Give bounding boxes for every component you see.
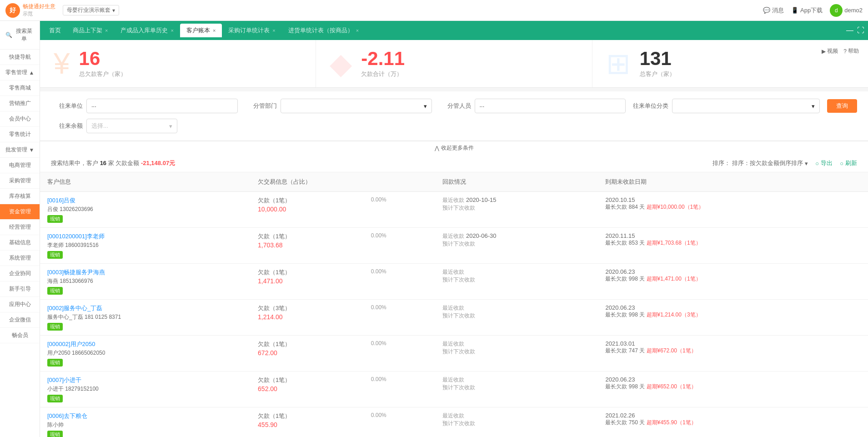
tab-purchase-order-stats[interactable]: 采购订单统计表 ×: [222, 24, 281, 37]
chevron-down-icon: ▾: [169, 123, 172, 130]
sidebar-item-basic-info[interactable]: 基础信息: [0, 235, 40, 251]
sidebar-item-operation[interactable]: 经营管理: [0, 220, 40, 235]
person-input[interactable]: ···: [475, 99, 626, 113]
filter-unit-category-label: 往来单位分类: [633, 102, 668, 110]
sidebar-item-label: 会员中心: [9, 116, 31, 122]
tab-purchase-stats-by-product[interactable]: 进货单统计表（按商品） ×: [282, 24, 365, 37]
tab-production-history[interactable]: 产成品入库单历史 ×: [114, 24, 180, 37]
user-profile[interactable]: d demo2: [830, 4, 863, 17]
filter-dept: 分管部门 ▾: [245, 99, 432, 113]
video-link[interactable]: ▶ 视频: [822, 47, 838, 55]
tab-close-icon[interactable]: ×: [171, 28, 173, 33]
card-debt-info: 16 总欠款客户（家）: [79, 49, 126, 78]
customer-name-link[interactable]: [0016]吕俊: [47, 196, 243, 205]
sidebar-search-area: 🔍 搜索菜单: [0, 21, 40, 50]
sort-selector[interactable]: 排序： 排序：按欠款金额倒序排序 ▾: [712, 159, 808, 167]
card-total-customers-info: 131 总客户（家）: [640, 49, 675, 78]
latest-collect-label: 最近收款: [442, 377, 464, 383]
collapse-filters-button[interactable]: ⋀ 收起更多条件: [40, 141, 868, 155]
source-unit-input[interactable]: ···: [86, 99, 238, 113]
debt-count: 欠款（1笔）: [258, 412, 356, 420]
overdue-amount-link[interactable]: 超期¥1,214.00（3笔）: [647, 311, 701, 318]
sidebar-item-app-center[interactable]: 应用中心: [0, 297, 40, 312]
overdue-amount-link[interactable]: 超期¥10,000.00（1笔）: [647, 204, 704, 210]
tab-product-listing[interactable]: 商品上下架 ×: [66, 24, 114, 37]
sidebar-item-quick-nav[interactable]: 快捷导航: [0, 50, 40, 65]
sidebar-item-wechat[interactable]: 企业微信: [0, 312, 40, 328]
debt-info-cell: 欠款（3笔） 1,214.00: [251, 300, 364, 336]
unit-category-select[interactable]: ▾: [672, 99, 820, 113]
filter-person: 分管人员 ···: [439, 99, 626, 113]
latest-collect-label: 最近收款: [442, 233, 464, 239]
customer-tag: 现销: [47, 431, 63, 437]
tab-close-icon[interactable]: ×: [272, 28, 275, 33]
username-label: demo2: [844, 7, 863, 14]
message-icon: 💬: [763, 7, 770, 14]
sidebar-item-wholesale-mgmt[interactable]: 批发管理 ▼: [0, 142, 40, 158]
overdue-amount-link[interactable]: 超期¥1,703.68（1笔）: [647, 240, 701, 246]
sidebar-item-retail-mall[interactable]: 零售商城: [0, 80, 40, 96]
tab-home[interactable]: 首页: [44, 24, 66, 37]
search-menu-button[interactable]: 🔍 搜索菜单: [4, 25, 36, 45]
customer-name-link[interactable]: [0007]小进干: [47, 376, 243, 384]
table-row: [0006]去下粮仓 陈小帅 现销 欠款（1笔） 455.90 0.00% 最近…: [40, 407, 868, 437]
export-button[interactable]: ○ 导出: [815, 159, 833, 167]
sidebar-item-inventory[interactable]: 库存核算: [0, 189, 40, 204]
sidebar-item-purchase[interactable]: 采购管理: [0, 173, 40, 189]
sort-value: 排序：按欠款金额倒序排序: [732, 159, 803, 167]
customer-name-link[interactable]: [0006]去下粮仓: [47, 412, 243, 420]
customer-tag: 现销: [47, 287, 63, 295]
sidebar-item-ecommerce[interactable]: 电商管理: [0, 158, 40, 173]
query-button[interactable]: 查询: [827, 99, 857, 113]
overdue-amount-link[interactable]: 超期¥1,471.00（1笔）: [647, 276, 701, 282]
sidebar-item-retail-stats[interactable]: 零售统计: [0, 127, 40, 142]
customer-tag: 现销: [47, 323, 63, 331]
sidebar-item-guide[interactable]: 新手引导: [0, 281, 40, 297]
latest-collect-label: 最近收款: [442, 412, 464, 419]
customer-tag: 现销: [47, 251, 63, 259]
refresh-button[interactable]: ○ 刷新: [840, 159, 857, 167]
customer-name-link[interactable]: [000002]用户2050: [47, 340, 243, 348]
sidebar-item-retail-mgmt[interactable]: 零售管理 ▲: [0, 65, 40, 80]
tab-close-icon[interactable]: ×: [105, 28, 108, 33]
customer-name-link[interactable]: [0002]服务中心_丁磊: [47, 304, 243, 312]
balance-select[interactable]: 选择... ▾: [86, 119, 177, 133]
latest-collect-row: 最近收款: [442, 412, 591, 420]
sidebar-item-system[interactable]: 系统管理: [0, 251, 40, 266]
customer-info-cell: [0006]去下粮仓 陈小帅 现销: [40, 407, 251, 437]
customer-name-link[interactable]: [0003]畅捷服务尹海燕: [47, 268, 243, 276]
debt-ratio-cell: 0.00%: [364, 336, 436, 372]
sidebar-item-enterprise[interactable]: 企业协同: [0, 266, 40, 281]
overdue-date-cell: 2020.10.15 最长欠款 884 天 超期¥10,000.00（1笔）: [598, 192, 868, 228]
overdue-amount-link[interactable]: 超期¥672.00（1笔）: [647, 347, 697, 354]
company-selector[interactable]: 母婴行业演示账套 ▾: [63, 5, 119, 15]
sidebar-item-label: 零售统计: [9, 131, 31, 137]
collection-status-cell: 最近收款 2020-06-30 预计下次收款: [435, 228, 598, 264]
filter-source-unit-label: 往来单位: [51, 102, 83, 110]
latest-collect-row: 最近收款: [442, 376, 591, 384]
tab-close-icon[interactable]: ×: [213, 28, 216, 33]
app-download-label: App下载: [800, 6, 823, 15]
app-download-button[interactable]: 📱 App下载: [791, 6, 823, 15]
minimize-icon[interactable]: —: [846, 26, 853, 35]
sidebar-item-label: 经营管理: [9, 224, 31, 230]
logo-text: 畅捷通好生意: [23, 3, 55, 10]
table-row: [0007]小进干 小进干 18279152100 现销 欠款（1笔） 652.…: [40, 372, 868, 407]
sidebar-item-member[interactable]: 会员中心: [0, 111, 40, 127]
debt-info-cell: 欠款（1笔） 10,000.00: [251, 192, 364, 228]
tab-close-icon[interactable]: ×: [356, 28, 359, 33]
help-link[interactable]: ? 帮助: [843, 47, 859, 55]
content-area: 首页 商品上下架 × 产成品入库单历史 × 客户账本 × 采购订单统计表 ×: [40, 21, 868, 437]
expand-icon[interactable]: ⛶: [857, 26, 864, 35]
table-row: [000002]用户2050 用户2050 18665062050 现销 欠款（…: [40, 336, 868, 372]
dept-select[interactable]: ▾: [281, 99, 432, 113]
overdue-amount-link[interactable]: 超期¥455.90（1笔）: [647, 419, 697, 426]
sidebar-item-marketing[interactable]: 营销推广: [0, 96, 40, 111]
customer-name-link[interactable]: [00010200001]李老师: [47, 232, 243, 241]
message-button[interactable]: 💬 消息: [763, 6, 784, 15]
overdue-amount-link[interactable]: 超期¥652.00（1笔）: [647, 383, 697, 390]
sidebar-item-member-plus[interactable]: 畅会员: [0, 328, 40, 343]
tab-customer-ledger[interactable]: 客户账本 ×: [180, 24, 222, 37]
sidebar-item-finance[interactable]: 资金管理: [0, 204, 40, 220]
due-date: 2021.02.26: [605, 412, 861, 419]
